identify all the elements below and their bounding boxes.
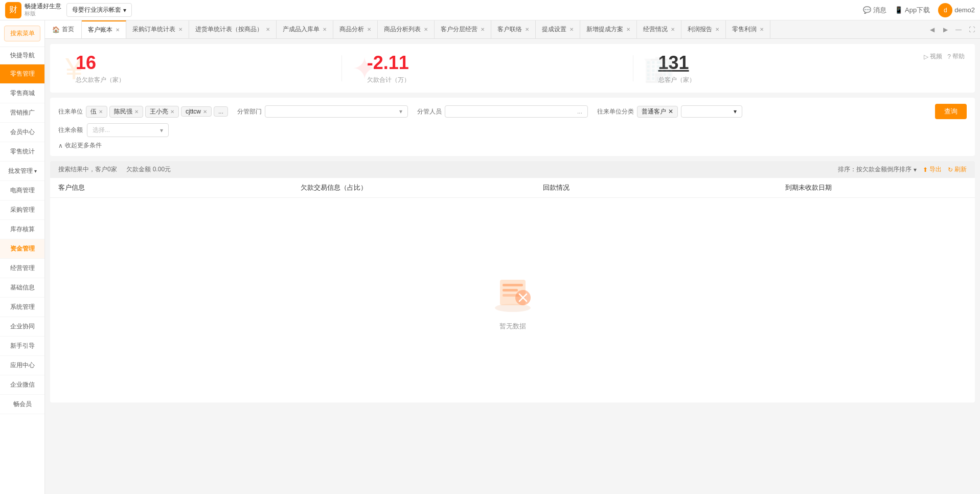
close-icon-tab5[interactable]: ✕ <box>424 27 428 32</box>
close-icon-tab4[interactable]: ✕ <box>367 27 371 32</box>
chevron-down-sort: ▾ <box>914 166 917 173</box>
unit-tag-1-close[interactable]: ✕ <box>134 109 139 115</box>
unit-tag-3: cjttcw ✕ <box>181 106 212 117</box>
unit-more-btn[interactable]: ... <box>214 106 228 117</box>
sidebar-item-operations[interactable]: 经营管理 <box>0 259 44 278</box>
close-icon-tab11[interactable]: ✕ <box>715 27 719 32</box>
balance-select[interactable]: 选择... ▾ <box>87 123 169 137</box>
tab-purchase-order-label: 采购订单统计表 <box>132 25 175 34</box>
sidebar-item-app-center[interactable]: 应用中心 <box>0 356 44 375</box>
tab-customer-tier-label: 客户分层经营 <box>441 25 477 34</box>
tab-purchase-order[interactable]: 采购订单统计表 ✕ <box>126 20 189 38</box>
help-btn[interactable]: ? 帮助 <box>947 52 965 61</box>
sidebar-item-retail-mall[interactable]: 零售商城 <box>0 84 44 103</box>
sort-select[interactable]: 排序：按欠款金额倒序排序 ▾ <box>838 165 917 174</box>
sidebar-item-wechat[interactable]: 企业微信 <box>0 375 44 395</box>
tab-customer-ledger[interactable]: 客户账本 ✕ <box>82 20 126 38</box>
sidebar-item-system[interactable]: 系统管理 <box>0 298 44 317</box>
video-label: 视频 <box>930 52 942 61</box>
sidebar-item-purchase[interactable]: 采购管理 <box>0 200 44 220</box>
refresh-label: 刷新 <box>954 165 967 174</box>
person-dots[interactable]: ... <box>577 108 582 115</box>
unit-tag-3-close[interactable]: ✕ <box>203 109 207 115</box>
dept-filter: 分管部门 ▾ <box>237 105 408 118</box>
sidebar-item-retail-mgmt[interactable]: 零售管理 <box>0 64 44 84</box>
sidebar-item-member[interactable]: 会员中心 <box>0 123 44 142</box>
collapse-btn[interactable]: ∧ 收起更多条件 <box>58 141 967 150</box>
export-btn[interactable]: ⬆ 导出 <box>923 165 942 174</box>
avatar: d <box>938 3 952 17</box>
tab-product-list-label: 商品分析列表 <box>384 25 421 34</box>
dept-select[interactable]: ▾ <box>265 105 408 118</box>
unit-tag-2-close[interactable]: ✕ <box>170 109 174 115</box>
tab-profit-report[interactable]: 利润报告 ✕ <box>681 20 726 38</box>
close-icon-tab10[interactable]: ✕ <box>671 27 675 32</box>
close-icon-tab7[interactable]: ✕ <box>525 27 529 32</box>
stat-icon-diamond: ✦ <box>352 51 377 86</box>
sidebar-item-basic-info[interactable]: 基础信息 <box>0 278 44 298</box>
tab-maximize-btn[interactable]: ⛶ <box>966 24 978 36</box>
unit-filter: 往来单位 伍 ✕ 陈民强 ✕ 王小亮 <box>58 106 228 118</box>
sidebar-item-wholesale[interactable]: 批发管理 ▾ <box>0 162 44 181</box>
tab-finished-inbound[interactable]: 产成品入库单 ✕ <box>277 20 333 38</box>
tab-retail-profit[interactable]: 零售利润 ✕ <box>726 20 770 38</box>
sidebar-item-inventory[interactable]: 库存核算 <box>0 220 44 239</box>
filter-area: 往来单位 伍 ✕ 陈民强 ✕ 王小亮 <box>50 98 975 156</box>
logo-sub: 标版 <box>25 10 61 17</box>
classify-tag-close[interactable]: ✕ <box>668 108 673 115</box>
sidebar-item-ecommerce[interactable]: 电商管理 <box>0 181 44 200</box>
tab-next-btn[interactable]: ▶ <box>939 24 951 36</box>
refresh-btn[interactable]: ↻ 刷新 <box>948 165 967 174</box>
person-select[interactable]: ... <box>445 105 588 118</box>
tab-minimize-btn[interactable]: — <box>952 24 965 36</box>
stat-icon-building: 🏢 <box>643 54 675 83</box>
close-icon-tab8[interactable]: ✕ <box>569 27 574 32</box>
tab-product-list[interactable]: 商品分析列表 ✕ <box>378 20 435 38</box>
tab-operations[interactable]: 经营情况 ✕ <box>637 20 681 38</box>
tab-new-commission[interactable]: 新增提成方案 ✕ <box>580 20 637 38</box>
unit-tags: 伍 ✕ 陈民强 ✕ 王小亮 ✕ <box>86 106 228 118</box>
sidebar-item-finance[interactable]: 资金管理 <box>0 239 44 259</box>
tab-customer-contact[interactable]: 客户联络 ✕ <box>491 20 536 38</box>
video-help-btn[interactable]: ▷ 视频 <box>924 52 942 61</box>
close-icon-tab0[interactable]: ✕ <box>116 27 120 33</box>
collapse-row: ∧ 收起更多条件 <box>58 141 967 150</box>
sidebar-item-marketing[interactable]: 营销推广 <box>0 103 44 123</box>
user-avatar[interactable]: d demo2 <box>938 3 975 17</box>
tab-product-analysis[interactable]: 商品分析 ✕ <box>333 20 378 38</box>
close-icon-tab3[interactable]: ✕ <box>323 27 327 32</box>
close-icon-tab1[interactable]: ✕ <box>178 27 183 32</box>
close-icon-tab12[interactable]: ✕ <box>760 27 764 32</box>
query-button[interactable]: 查询 <box>935 104 967 119</box>
close-icon-tab9[interactable]: ✕ <box>626 27 630 32</box>
quick-nav-btn[interactable]: 快捷导航 <box>0 47 44 64</box>
tab-customer-contact-label: 客户联络 <box>497 25 522 34</box>
tab-home[interactable]: 🏠 首页 <box>45 20 82 38</box>
sidebar-item-label-member: 会员中心 <box>2 128 42 137</box>
balance-placeholder: 选择... <box>93 126 158 134</box>
tab-commission-settings[interactable]: 提成设置 ✕ <box>536 20 580 38</box>
account-selector[interactable]: 母婴行业演示帐套 ▾ <box>66 3 132 17</box>
close-icon-tab6[interactable]: ✕ <box>481 27 485 32</box>
sidebar-item-vip[interactable]: 畅会员 <box>0 395 44 414</box>
classify-select[interactable]: ▾ <box>681 105 742 118</box>
top-bar: 财 畅捷通好生意 标版 母婴行业演示帐套 ▾ 💬 消息 📱 App下载 d de… <box>0 0 980 20</box>
tab-customer-tier[interactable]: 客户分层经营 ✕ <box>435 20 491 38</box>
tab-inbound-stats[interactable]: 进货单统计表（按商品） ✕ <box>189 20 277 38</box>
sidebar-item-label-app: 应用中心 <box>2 361 42 370</box>
svg-rect-3 <box>503 289 518 291</box>
tab-prev-btn[interactable]: ◀ <box>926 24 938 36</box>
empty-svg <box>487 270 538 316</box>
app-download-btn[interactable]: 📱 App下载 <box>895 6 930 15</box>
unit-tag-2: 王小亮 ✕ <box>145 106 179 118</box>
search-menu-btn[interactable]: 搜索菜单 <box>4 26 40 41</box>
classify-filter: 往来单位分类 普通客户 ✕ ▾ <box>597 105 742 118</box>
unit-tag-0-close[interactable]: ✕ <box>99 109 103 115</box>
close-icon-tab2[interactable]: ✕ <box>266 27 270 32</box>
sidebar-item-label-ecommerce: 电商管理 <box>2 186 42 195</box>
sidebar-item-retail-stats[interactable]: 零售统计 <box>0 142 44 162</box>
tab-inbound-stats-label: 进货单统计表（按商品） <box>195 25 263 34</box>
sidebar-item-guide[interactable]: 新手引导 <box>0 336 44 356</box>
sidebar-item-enterprise[interactable]: 企业协同 <box>0 317 44 336</box>
message-btn[interactable]: 💬 消息 <box>863 6 886 15</box>
